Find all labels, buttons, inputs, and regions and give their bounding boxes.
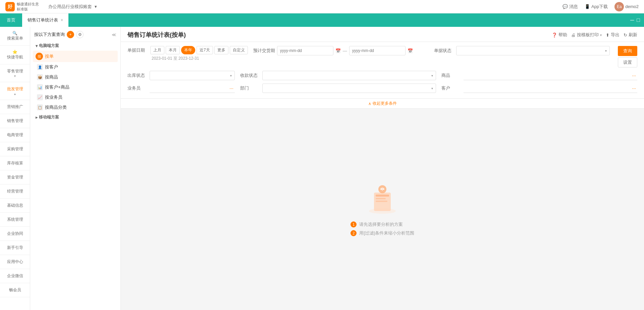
sidebar-item-operations[interactable]: 经营管理: [0, 185, 30, 199]
date-btn-last-month[interactable]: 上月: [150, 46, 164, 54]
date-range-text: 2023-01-01 至 2023-12-31: [152, 56, 199, 61]
tab-sales-order[interactable]: 销售订单统计表 ×: [22, 13, 68, 27]
collapse-btn[interactable]: ∧ 收起更多条件: [368, 101, 397, 106]
query-btn[interactable]: 查询: [618, 46, 637, 56]
content-area: 销售订单统计表(按单) ❓ 帮助 🖨 按模板打印 ▾ ⬆ 导出: [121, 27, 644, 310]
scheme-icon-category: 📋: [37, 104, 43, 110]
sidebar-item-purchase[interactable]: 采购管理: [0, 142, 30, 156]
scheme-by-customer[interactable]: 👤 按客户: [33, 62, 118, 72]
print-icon: 🖨: [571, 33, 576, 38]
scheme-icon-customer-product: 📊: [37, 84, 43, 90]
export-icon: ⬆: [606, 33, 609, 38]
date-btn-this-year[interactable]: 本年: [181, 46, 195, 54]
add-scheme-btn[interactable]: +: [67, 31, 74, 38]
settings-btn[interactable]: 设置: [618, 57, 637, 67]
help-btn[interactable]: ❓ 帮助: [552, 32, 567, 38]
sidebar-item-finance[interactable]: 资金管理: [0, 170, 30, 185]
topbar-dropdown-icon[interactable]: ▾: [95, 4, 97, 9]
delivery-date-start[interactable]: [277, 46, 333, 55]
salesperson-label: 业务员: [127, 85, 148, 91]
sidebar-item-apps[interactable]: 应用中心: [0, 255, 30, 269]
filter-area: 单据日期 上月 本月 本年 近7天 更多 自定义 2023-01-0: [121, 42, 644, 99]
scheme-icon-salesperson: 📈: [37, 94, 43, 100]
tab-home[interactable]: 首页: [0, 13, 22, 27]
app-download-btn[interactable]: 📱 App下载: [585, 4, 608, 10]
sidebar-item-enterprise[interactable]: 企业协同: [0, 227, 30, 241]
dept-dropdown-icon: ▾: [431, 87, 433, 90]
empty-state: 1 请先选择要分析的方案 2 用[过滤]条件来缩小分析范围: [121, 109, 644, 310]
product-label: 商品: [441, 72, 462, 79]
download-icon: 📱: [585, 4, 590, 9]
section-arrow: ▾: [36, 44, 38, 48]
customer-more-icon[interactable]: ···: [632, 86, 636, 91]
export-btn[interactable]: ⬆ 导出: [606, 32, 620, 38]
order-status-select[interactable]: ▾: [456, 46, 610, 55]
star-icon: ⭐: [12, 50, 17, 54]
scheme-icon-product: 📦: [37, 74, 43, 80]
left-panel: 按以下方案查询 + ⚙ ≪ ▾ 电脑端方案 按: [30, 27, 121, 310]
svg-point-7: [383, 189, 384, 190]
tabbar-right: ─ □: [630, 17, 644, 23]
print-btn[interactable]: 🖨 按模板打印 ▾: [571, 32, 602, 38]
collapse-icon: ≪: [112, 32, 116, 37]
sidebar-item-sales[interactable]: 销售管理: [0, 114, 30, 128]
delivery-date-end[interactable]: [349, 46, 406, 55]
department-label: 部门: [240, 85, 260, 91]
date-btn-this-month[interactable]: 本月: [166, 46, 180, 54]
shipment-status-select[interactable]: ▾: [150, 71, 235, 80]
svg-rect-2: [376, 195, 389, 197]
scheme-icon-circle: 按: [36, 53, 43, 60]
minimize-icon[interactable]: ─: [630, 17, 634, 23]
layout: 🔍 搜索菜单 ⭐ 快捷导航 零售管理 ▾ 批发管理 ▴ 营销推广 销售管理 电商…: [0, 27, 644, 310]
department-select[interactable]: ▾: [262, 84, 436, 93]
date-btn-group: 上月 本月 本年 近7天 更多 自定义: [150, 46, 248, 54]
shipment-dropdown-icon: ▾: [230, 74, 232, 78]
scheme-by-customer-product[interactable]: 📊 按客户+商品: [33, 82, 118, 92]
sidebar-quick-nav[interactable]: ⭐ 快捷导航: [0, 46, 30, 64]
collapse-icon: ∧: [368, 101, 371, 106]
sidebar-item-member[interactable]: 畅会员: [0, 283, 30, 297]
maximize-icon[interactable]: □: [637, 17, 640, 23]
message-btn[interactable]: 💬 消息: [562, 4, 578, 10]
logo-icon: 好: [5, 2, 15, 11]
help-icon: ❓: [552, 33, 557, 38]
customer-label: 客户: [441, 85, 462, 91]
sidebar-item-wechat[interactable]: 企业微信: [0, 269, 30, 283]
date-btn-last-7days[interactable]: 近7天: [197, 46, 213, 54]
collapse-panel-btn[interactable]: ≪: [112, 32, 116, 37]
pc-section-title: ▾ 电脑端方案: [33, 41, 118, 51]
scheme-by-product[interactable]: 📦 按商品: [33, 72, 118, 82]
date-btn-custom[interactable]: 自定义: [230, 46, 248, 54]
product-more-icon[interactable]: ···: [632, 73, 636, 78]
salesperson-more-icon[interactable]: ···: [229, 86, 233, 91]
page-title: 销售订单统计表(按单): [127, 31, 186, 39]
scheme-by-order[interactable]: 按 按单: [33, 51, 118, 62]
avatar: Ea: [614, 2, 624, 11]
empty-illustration: [362, 183, 402, 216]
sidebar-item-newbie[interactable]: 新手引导: [0, 241, 30, 255]
sidebar-item-system[interactable]: 系统管理: [0, 213, 30, 227]
sidebar-item-wholesale[interactable]: 批发管理 ▴: [0, 82, 30, 100]
sidebar-item-inventory[interactable]: 库存核算: [0, 156, 30, 170]
settings-scheme-btn[interactable]: ⚙: [76, 31, 84, 38]
sidebar-item-ecommerce[interactable]: 电商管理: [0, 128, 30, 142]
scheme-by-salesperson[interactable]: 📈 按业务员: [33, 92, 118, 102]
logo-area: 好 畅捷通好生意 标准版: [5, 2, 39, 11]
order-date-label: 单据日期: [127, 47, 148, 53]
payment-status-label: 收款状态: [240, 72, 260, 79]
sidebar-search[interactable]: 🔍 搜索菜单: [0, 27, 30, 46]
add-icon: +: [69, 32, 71, 37]
sidebar-item-basics[interactable]: 基础信息: [0, 199, 30, 213]
tab-close-icon[interactable]: ×: [61, 18, 63, 22]
sidebar-item-marketing[interactable]: 营销推广: [0, 100, 30, 114]
chevron-icon: ▴: [14, 92, 16, 96]
date-btn-more[interactable]: 更多: [214, 46, 228, 54]
page-header: 销售订单统计表(按单) ❓ 帮助 🖨 按模板打印 ▾ ⬆ 导出: [121, 27, 644, 42]
payment-status-select[interactable]: ▾: [262, 71, 436, 80]
refresh-btn[interactable]: ↻ 刷新: [624, 32, 637, 38]
sidebar-item-retail[interactable]: 零售管理 ▾: [0, 64, 30, 82]
scheme-by-product-category[interactable]: 📋 按商品分类: [33, 102, 118, 112]
topbar-left: 好 畅捷通好生意 标准版 办公用品行业模拟账套 ▾: [5, 2, 97, 11]
shipment-status-label: 出库状态: [127, 72, 148, 79]
user-profile[interactable]: Ea demo2: [614, 2, 639, 11]
